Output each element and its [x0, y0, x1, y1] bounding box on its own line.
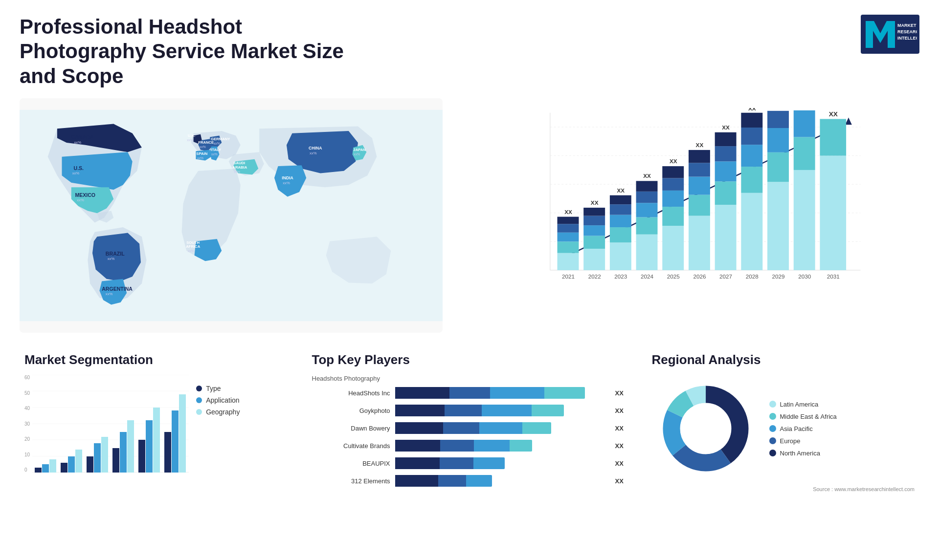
svg-rect-135	[127, 420, 134, 473]
svg-rect-75	[662, 207, 684, 226]
svg-rect-63	[610, 204, 631, 215]
svg-rect-102	[767, 182, 789, 270]
legend-geography: Geography	[196, 408, 240, 416]
svg-rect-70	[636, 192, 658, 203]
players-subtitle: Headshots Photography	[312, 375, 627, 382]
svg-rect-46	[558, 253, 579, 270]
svg-text:ITALY: ITALY	[211, 148, 221, 152]
regional-title: Regional Analysis	[652, 352, 915, 367]
svg-rect-134	[120, 432, 127, 473]
svg-rect-83	[689, 177, 710, 195]
svg-rect-95	[741, 193, 762, 270]
player-value: XX	[615, 407, 627, 414]
svg-text:XX: XX	[801, 108, 808, 109]
svg-rect-98	[741, 128, 762, 145]
svg-rect-84	[689, 163, 710, 176]
player-bar	[395, 405, 606, 416]
svg-rect-133	[112, 448, 119, 473]
svg-rect-49	[558, 224, 579, 233]
svg-text:xx%: xx%	[310, 151, 317, 155]
players-container: Top Key Players Headshots Photography He…	[307, 347, 632, 545]
svg-text:2026: 2026	[693, 274, 706, 280]
svg-rect-124	[35, 468, 42, 473]
svg-rect-105	[767, 111, 789, 128]
seg-legend: Type Application Geography	[196, 385, 240, 416]
svg-rect-60	[610, 242, 631, 270]
svg-rect-136	[138, 440, 145, 473]
svg-text:SPAIN: SPAIN	[196, 151, 207, 156]
svg-rect-82	[689, 195, 710, 216]
svg-rect-113	[820, 156, 846, 270]
svg-text:xx%: xx%	[108, 257, 115, 261]
svg-rect-67	[636, 235, 658, 270]
svg-rect-97	[741, 145, 762, 167]
svg-text:XX: XX	[696, 142, 704, 148]
svg-text:2027: 2027	[719, 274, 732, 280]
svg-text:XX: XX	[670, 158, 677, 164]
svg-rect-85	[689, 150, 710, 163]
segmentation-title: Market Segmentation	[24, 352, 288, 367]
type-label: Type	[206, 385, 221, 392]
svg-text:U.S.: U.S.	[74, 165, 84, 171]
table-row: BEAUPIX XX	[312, 457, 627, 469]
players-title: Top Key Players	[312, 352, 627, 367]
table-row: 312 Elements XX	[312, 475, 627, 487]
svg-text:xx%: xx%	[234, 170, 240, 173]
svg-text:XX: XX	[643, 173, 651, 179]
logo-area: MARKET RESEARCH INTELLECT	[861, 15, 919, 54]
europe-label: Europe	[780, 437, 801, 445]
svg-marker-0	[866, 21, 895, 48]
svg-text:GERMANY: GERMANY	[211, 137, 230, 141]
seg-y-axis: 0 10 20 30 40 50 60	[24, 375, 30, 473]
svg-rect-77	[662, 178, 684, 191]
svg-text:ARABIA: ARABIA	[232, 165, 247, 170]
logo-box: MARKET RESEARCH INTELLECT	[861, 15, 919, 54]
svg-text:MEXICO: MEXICO	[75, 192, 95, 198]
svg-rect-62	[610, 215, 631, 227]
svg-text:CHINA: CHINA	[309, 146, 322, 151]
type-dot	[196, 386, 202, 391]
player-name: 312 Elements	[312, 477, 390, 485]
segmentation-container: Market Segmentation 0 10 20 30 40 50 60	[20, 347, 292, 545]
player-value: XX	[615, 389, 627, 397]
latin-america-dot	[769, 401, 776, 408]
legend-type: Type	[196, 385, 240, 392]
svg-text:2030: 2030	[798, 274, 811, 280]
svg-text:xx%: xx%	[197, 156, 203, 160]
player-name: BEAUPIX	[312, 460, 390, 467]
svg-rect-131	[94, 443, 101, 473]
svg-rect-76	[662, 191, 684, 207]
player-name: Cultivate Brands	[312, 442, 390, 450]
svg-text:INDIA: INDIA	[282, 175, 293, 180]
geography-dot	[196, 409, 202, 415]
page-wrapper: Professional Headshot Photography Servic…	[0, 0, 939, 560]
svg-text:XX: XX	[617, 187, 625, 194]
svg-rect-96	[741, 167, 762, 193]
player-name: Dawn Bowery	[312, 425, 390, 432]
player-bar	[395, 475, 606, 487]
list-item: North America	[769, 450, 837, 457]
svg-text:CANADA: CANADA	[71, 134, 94, 140]
north-america-dot	[769, 450, 776, 456]
svg-rect-141	[179, 394, 186, 473]
svg-rect-140	[172, 410, 179, 473]
list-item: Asia Pacific	[769, 425, 837, 432]
svg-rect-74	[662, 226, 684, 270]
legend-application: Application	[196, 396, 240, 404]
svg-text:xx%: xx%	[77, 198, 84, 202]
svg-text:MARKET: MARKET	[897, 23, 917, 28]
svg-text:RESEARCH: RESEARCH	[897, 29, 917, 34]
svg-text:xx%: xx%	[200, 145, 206, 149]
svg-text:xx%: xx%	[74, 140, 81, 145]
svg-text:XX: XX	[775, 108, 782, 109]
application-label: Application	[206, 396, 240, 404]
page-title: Professional Headshot Photography Servic…	[20, 15, 362, 88]
svg-rect-130	[87, 456, 93, 473]
donut-area: Latin America Middle East & Africa Asia …	[652, 375, 915, 482]
regional-container: Regional Analysis	[647, 347, 920, 545]
svg-rect-99	[741, 113, 762, 128]
svg-rect-139	[164, 432, 171, 473]
svg-rect-48	[558, 233, 579, 242]
svg-rect-89	[715, 182, 737, 205]
table-row: Goykphoto XX	[312, 405, 627, 416]
